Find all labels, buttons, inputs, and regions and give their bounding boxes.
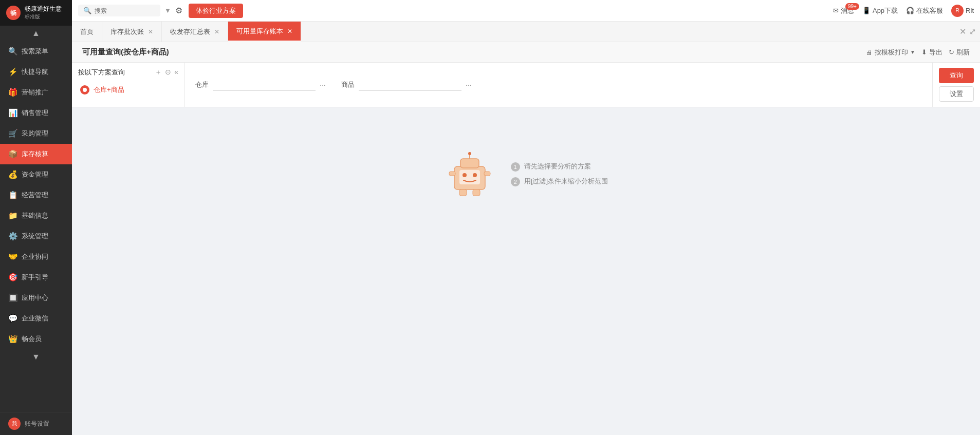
topbar-search-box: 🔍 (78, 5, 160, 16)
sidebar-item-operations[interactable]: 📋 经营管理 (0, 185, 72, 205)
page-header: 可用量查询(按仓库+商品) 🖨 按模板打印 ▼ ⬇ 导出 ↻ 刷新 (72, 42, 980, 63)
sidebar-item-wechat[interactable]: 💬 企业微信 (0, 308, 72, 329)
print-btn[interactable]: 🖨 按模板打印 ▼ (866, 48, 915, 57)
user-name: Rit (966, 7, 974, 14)
sidebar-item-cooperation[interactable]: 🤝 企业协同 (0, 247, 72, 267)
message-btn[interactable]: ✉ 消息 99+ (833, 6, 854, 15)
target-icon: 🎯 (8, 273, 17, 282)
wechat-icon: 💬 (8, 314, 17, 323)
tab-summary[interactable]: 收发存汇总表 ✕ (162, 22, 228, 42)
sidebar-item-newbie[interactable]: 🎯 新手引导 (0, 267, 72, 288)
export-btn[interactable]: ⬇ 导出 (921, 48, 942, 57)
scheme-header-label: 按以下方案查询 (78, 68, 125, 77)
industry-btn[interactable]: 体验行业方案 (189, 4, 243, 18)
tip-num-1: 1 (511, 162, 520, 172)
sidebar-item-shortcut[interactable]: ⚡ 快捷导航 (0, 62, 72, 82)
sidebar-brand-subtitle: 标准版 (25, 13, 62, 21)
tip-text-1: 请先选择要分析的方案 (524, 162, 591, 171)
svg-point-10 (468, 152, 471, 155)
message-badge: 99+ (845, 3, 859, 10)
svg-rect-7 (484, 172, 490, 176)
svg-point-5 (473, 173, 477, 177)
folder-icon: 📁 (8, 211, 17, 220)
tab-summary-close[interactable]: ✕ (214, 28, 219, 35)
tab-home[interactable]: 首页 (72, 22, 102, 42)
sidebar-footer[interactable]: 我 账号设置 (0, 412, 72, 435)
svg-point-4 (463, 173, 467, 177)
empty-tips: 1 请先选择要分析的方案 2 用[过滤]条件来缩小分析范围 (511, 162, 608, 186)
filter-warehouse-label: 仓库 (195, 80, 209, 89)
refresh-btn[interactable]: ↻ 刷新 (949, 48, 970, 57)
scheme-dot (80, 85, 89, 94)
scheme-collapse-icon[interactable]: « (174, 68, 178, 77)
sidebar-scroll-up[interactable]: ▲ (0, 26, 72, 41)
main-area: 🔍 ▼ ⚙ 体验行业方案 ✉ 消息 99+ 📱 App下载 🎧 在线客服 R R… (72, 0, 980, 435)
query-section: 按以下方案查询 ＋ ⊙ « 仓库+商品 仓库 (72, 63, 980, 107)
export-icon: ⬇ (921, 48, 927, 56)
settings-icon[interactable]: ⚙ (175, 6, 182, 15)
empty-state-inner: 1 请先选择要分析的方案 2 用[过滤]条件来缩小分析范围 (444, 148, 608, 200)
filter-goods-more[interactable]: ··· (466, 81, 472, 89)
query-btn[interactable]: 查询 (939, 68, 974, 83)
svg-point-0 (83, 88, 87, 92)
sidebar-item-system[interactable]: ⚙️ 系统管理 (0, 226, 72, 247)
topbar: 🔍 ▼ ⚙ 体验行业方案 ✉ 消息 99+ 📱 App下载 🎧 在线客服 R R… (72, 0, 980, 22)
sidebar-footer-label: 账号设置 (25, 420, 49, 428)
tab-summary-label: 收发存汇总表 (170, 27, 210, 36)
sidebar-item-inventory[interactable]: 📦 库存核算 (0, 144, 72, 164)
close-all-tabs-icon[interactable]: ✕ (959, 27, 966, 36)
topbar-right: ✉ 消息 99+ 📱 App下载 🎧 在线客服 R Rit (833, 5, 974, 17)
scheme-header: 按以下方案查询 ＋ ⊙ « (72, 68, 184, 81)
app-download-btn[interactable]: 📱 App下载 (862, 6, 898, 15)
scheme-panel: 按以下方案查询 ＋ ⊙ « 仓库+商品 (72, 63, 185, 107)
grid-icon: 🔲 (8, 293, 17, 302)
sidebar-item-member[interactable]: 👑 畅会员 (0, 329, 72, 349)
filter-goods-label: 商品 (341, 80, 355, 89)
sidebar-item-appcenter[interactable]: 🔲 应用中心 (0, 288, 72, 308)
sidebar-item-basic[interactable]: 📁 基础信息 (0, 205, 72, 226)
scheme-add-icon[interactable]: ＋ (155, 68, 162, 77)
sidebar-item-purchase[interactable]: 🛒 采购管理 (0, 123, 72, 144)
filter-warehouse-input[interactable] (213, 79, 316, 91)
query-settings-btn[interactable]: 设置 (939, 86, 974, 102)
sidebar-header: 畅 畅康通好生意 标准版 (0, 0, 72, 26)
gear-icon: ⚙️ (8, 232, 17, 241)
filter-panel: 仓库 ··· 商品 ··· (185, 63, 932, 107)
sidebar-item-marketing[interactable]: 🎁 营销推广 (0, 82, 72, 103)
sidebar-nav: ▲ 🔍 搜索菜单 ⚡ 快捷导航 🎁 营销推广 📊 销售管理 🛒 采购管理 📦 库… (0, 26, 72, 412)
svg-rect-11 (459, 190, 467, 196)
sidebar-scroll-down[interactable]: ▼ (0, 349, 72, 365)
tab-batch-close[interactable]: ✕ (148, 28, 153, 35)
tab-batch[interactable]: 库存批次账 ✕ (102, 22, 162, 42)
online-service-btn[interactable]: 🎧 在线客服 (906, 6, 943, 15)
sidebar-item-finance[interactable]: 💰 资金管理 (0, 164, 72, 185)
refresh-icon: ↻ (949, 48, 954, 56)
print-icon: 🖨 (866, 48, 873, 56)
sidebar-item-sales[interactable]: 📊 销售管理 (0, 103, 72, 123)
message-icon: ✉ (833, 7, 839, 14)
tab-available[interactable]: 可用量库存账本 ✕ (228, 22, 301, 42)
cart-icon: 🛒 (8, 129, 17, 138)
user-menu-btn[interactable]: R Rit (951, 5, 974, 17)
filter-goods-input[interactable] (359, 79, 461, 91)
filter-warehouse-more[interactable]: ··· (320, 81, 326, 89)
svg-rect-12 (473, 190, 480, 196)
box-icon: 📦 (8, 149, 17, 159)
filter-goods: 商品 ··· (341, 79, 472, 91)
clipboard-icon: 📋 (8, 191, 17, 200)
svg-rect-6 (449, 172, 455, 176)
sidebar: 畅 畅康通好生意 标准版 ▲ 🔍 搜索菜单 ⚡ 快捷导航 🎁 营销推广 📊 销售… (0, 0, 72, 435)
scheme-item-label: 仓库+商品 (94, 85, 124, 94)
sidebar-item-search[interactable]: 🔍 搜索菜单 (0, 41, 72, 62)
service-icon: 🎧 (906, 7, 914, 14)
search-input[interactable] (95, 7, 155, 14)
empty-tip-1: 1 请先选择要分析的方案 (511, 162, 608, 172)
expand-icon[interactable]: ⤢ (969, 27, 976, 36)
tab-available-close[interactable]: ✕ (287, 28, 292, 35)
sidebar-brand-name: 畅康通好生意 (25, 5, 62, 13)
handshake-icon: 🤝 (8, 252, 17, 261)
scheme-settings-icon[interactable]: ⊙ (165, 68, 171, 77)
topbar-dropdown-icon[interactable]: ▼ (164, 7, 171, 14)
scheme-item-warehouse-goods[interactable]: 仓库+商品 (72, 81, 184, 99)
shortcut-icon: ⚡ (8, 67, 17, 77)
